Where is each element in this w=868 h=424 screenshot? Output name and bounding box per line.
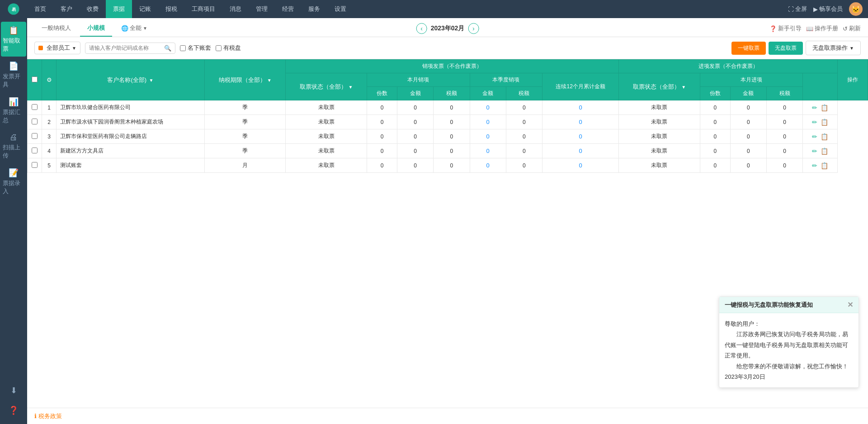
view-icon-1[interactable]: 📋 [821, 119, 828, 126]
refresh-button[interactable]: ↺ 刷新 [843, 24, 861, 33]
row-purchase-month-count-4: 0 [700, 158, 730, 173]
row-purchase-month-count-1: 0 [700, 115, 730, 129]
tab-bar: 一般纳税人 小规模 🌐 全能 ▼ ‹ 2023年02月 › ❓ [27, 18, 868, 37]
filter-icon-sales-status[interactable]: ▼ [348, 85, 353, 90]
nav-item-home[interactable]: 首页 [27, 0, 53, 18]
row-name-1: 卫辉市汲水镇下园润香阁营木种植家庭农场 [57, 115, 205, 129]
th-setting[interactable]: ⚙ [42, 60, 57, 100]
edit-icon-2[interactable]: ✏ [812, 133, 817, 140]
sidebar-download-button[interactable]: ⬇ [5, 381, 23, 400]
popup-close-button[interactable]: ✕ [847, 300, 853, 309]
row-sales-status-1: 未取票 [286, 115, 367, 129]
nav-item-accounting[interactable]: 记账 [132, 0, 158, 18]
nav-item-ticket[interactable]: 票据 [106, 0, 132, 18]
nav-item-customer[interactable]: 客户 [53, 0, 80, 18]
checkbox-tax-disk-input[interactable] [216, 45, 222, 51]
nav-item-settings[interactable]: 设置 [327, 0, 354, 18]
row-name-2: 卫辉市保和堂医药有限公司走辆路店 [57, 129, 205, 144]
view-icon-2[interactable]: 📋 [821, 133, 828, 140]
nav-item-message[interactable]: 消息 [222, 0, 249, 18]
sidebar-item-smart-ticket[interactable]: 📋 智能取票 [1, 22, 26, 57]
edit-icon-3[interactable]: ✏ [812, 148, 817, 155]
nav-item-business[interactable]: 经营 [275, 0, 301, 18]
avatar[interactable]: 🐱 [849, 2, 863, 16]
nav-item-service[interactable]: 服务 [301, 0, 327, 18]
filter-actions: 一键取票 无盘取票 无盘取票操作 ▼ [731, 41, 861, 55]
fullscreen-button[interactable]: ⛶ 全屏 [788, 5, 807, 13]
row-num-2: 3 [42, 129, 57, 144]
vip-button[interactable]: ▶ 畅享会员 [813, 5, 843, 13]
filter-icon-purchase-status[interactable]: ▼ [681, 85, 686, 90]
new-guide-button[interactable]: ❓ 新手引导 [769, 24, 802, 33]
th-name: 客户名称(全部) ▼ [57, 60, 205, 100]
no-disk-ticket-button[interactable]: 无盘取票 [769, 42, 803, 55]
row-purchase-month-amount-0: 0 [730, 100, 766, 115]
sidebar-item-scan-upload[interactable]: 🖨 扫描上传 [1, 129, 26, 163]
popup-title: 一键报税与无盘取票功能恢复通知 [725, 301, 813, 309]
row-sales-status-3: 未取票 [286, 144, 367, 158]
tab-general-taxpayer[interactable]: 一般纳税人 [34, 20, 78, 37]
row-purchase-month-count-3: 0 [700, 144, 730, 158]
tab-actions: ❓ 新手引导 📖 操作手册 ↺ 刷新 [769, 24, 861, 33]
filter-icon-period[interactable]: ▼ [267, 78, 272, 83]
checkbox-account[interactable]: 名下账套 [180, 44, 211, 52]
tab-small-scale[interactable]: 小规模 [80, 20, 112, 37]
edit-icon-4[interactable]: ✏ [812, 162, 817, 169]
checkbox-tax-disk[interactable]: 有税盘 [216, 44, 241, 52]
row-sales-month-tax-2: 0 [434, 129, 470, 144]
period-next-button[interactable]: › [468, 23, 479, 34]
no-disk-ops-button[interactable]: 无盘取票操作 ▼ [806, 41, 861, 55]
nav-right: ⛶ 全屏 ▶ 畅享会员 🐱 [788, 2, 863, 16]
row-checkbox-0[interactable] [28, 100, 42, 115]
sidebar-bottom: ⬇ ❓ [1, 381, 26, 424]
row-purchase-status-0: 未取票 [619, 100, 700, 115]
row-checkbox-4[interactable] [28, 158, 42, 173]
svg-text:易: 易 [12, 7, 16, 12]
refresh-icon: ↺ [843, 25, 848, 32]
th-sales-group: 销项发票（不合作废票） [286, 60, 619, 73]
sidebar-item-invoice-summary[interactable]: 📊 票据汇总 [1, 93, 26, 128]
filter-icon-name[interactable]: ▼ [149, 78, 153, 83]
search-input[interactable] [89, 45, 162, 51]
tab-all[interactable]: 🌐 全能 ▼ [114, 20, 155, 37]
nav-item-fee[interactable]: 收费 [80, 0, 106, 18]
table-row: 5 测试账套 月 未取票 0 0 0 0 0 0 未取票 0 0 0 ✏ 📋 [28, 158, 868, 173]
manual-button[interactable]: 📖 操作手册 [806, 24, 838, 33]
employee-select[interactable]: 全部员工 ▼ [34, 42, 80, 54]
row-ops-3: ✏ 📋 [803, 144, 838, 158]
search-icon[interactable]: 🔍 [164, 45, 171, 52]
search-box[interactable]: 🔍 [85, 43, 175, 54]
row-checkbox-2[interactable] [28, 129, 42, 144]
row-checkbox-3[interactable] [28, 144, 42, 158]
nav-item-tax[interactable]: 报税 [158, 0, 184, 18]
edit-icon-1[interactable]: ✏ [812, 119, 817, 126]
setting-icon[interactable]: ⚙ [47, 76, 52, 83]
th-purchase-month-count: 份数 [700, 87, 730, 100]
view-icon-0[interactable]: 📋 [821, 104, 828, 111]
row-purchase-month-count-0: 0 [700, 100, 730, 115]
row-sales-quarter-tax-1: 0 [506, 115, 542, 129]
sidebar-item-ticket-entry[interactable]: 📝 票据录入 [1, 164, 26, 199]
period-prev-button[interactable]: ‹ [416, 23, 427, 34]
view-icon-4[interactable]: 📋 [821, 162, 828, 169]
row-sales-month-count-4: 0 [367, 158, 397, 173]
view-icon-3[interactable]: 📋 [821, 148, 828, 155]
table-body: 1 卫辉市玖玖健合医药有限公司 季 未取票 0 0 0 0 0 0 未取票 0 … [28, 100, 868, 173]
one-key-ticket-button[interactable]: 一键取票 [731, 42, 766, 55]
checkbox-account-input[interactable] [180, 45, 186, 51]
row-purchase-month-tax-4: 0 [766, 158, 802, 173]
edit-icon-0[interactable]: ✏ [812, 104, 817, 111]
row-sales-month-tax-3: 0 [434, 144, 470, 158]
row-checkbox-1[interactable] [28, 115, 42, 129]
tax-policy-link[interactable]: ℹ 税务政策 [34, 412, 62, 420]
nav-item-commerce[interactable]: 工商项目 [184, 0, 222, 18]
chevron-down-icon: ▼ [143, 26, 147, 31]
select-all-checkbox[interactable] [32, 76, 38, 82]
sidebar-item-invoice-issue[interactable]: 📄 发票开具 [1, 57, 26, 92]
nav-item-manage[interactable]: 管理 [249, 0, 275, 18]
sidebar-help-button[interactable]: ❓ [5, 401, 23, 419]
row-sales-status-4: 未取票 [286, 158, 367, 173]
row-period-4: 月 [204, 158, 286, 173]
th-checkbox[interactable] [28, 60, 42, 100]
vip-icon: ▶ [813, 6, 818, 13]
